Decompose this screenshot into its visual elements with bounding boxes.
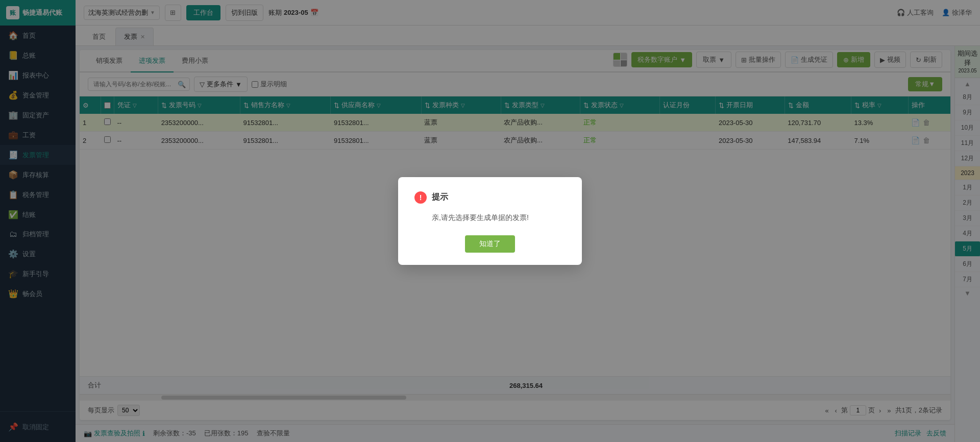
warning-icon: ! [414,191,427,204]
modal-overlay: ! 提示 亲,请先选择要生成单据的发票! 知道了 [0,0,980,442]
modal-ok-button[interactable]: 知道了 [465,235,515,253]
modal-title: 提示 [432,192,448,203]
modal-title-row: ! 提示 [414,191,566,204]
modal-message: 亲,请先选择要生成单据的发票! [414,212,566,223]
alert-modal: ! 提示 亲,请先选择要生成单据的发票! 知道了 [398,177,582,265]
modal-footer: 知道了 [414,235,566,253]
